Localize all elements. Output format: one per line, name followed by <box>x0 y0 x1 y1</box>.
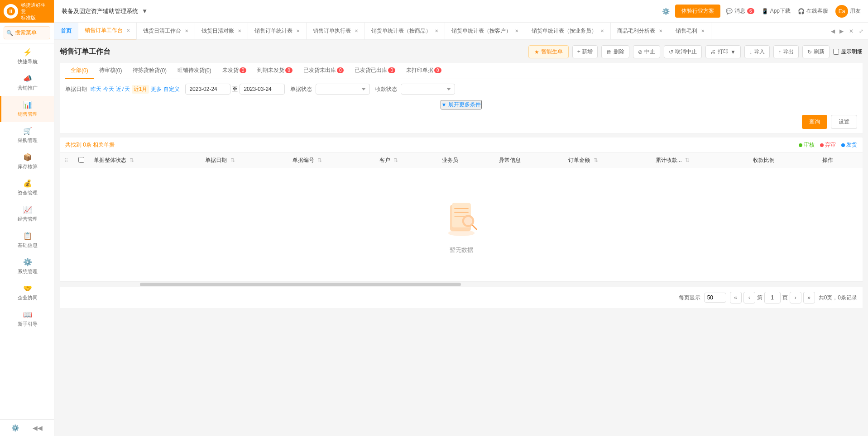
page-prev-button[interactable]: ‹ <box>743 292 755 303</box>
tab-expand[interactable]: ⤢ <box>857 27 865 35</box>
topbar-settings-icon[interactable]: ⚙️ <box>662 8 670 15</box>
tab-close-sales-stats-staff[interactable]: ✕ <box>600 28 604 33</box>
filter-tab-pending-inspection[interactable]: 待拣货验货(0) <box>127 63 172 79</box>
stop-button[interactable]: ⊘ 中止 <box>633 45 660 58</box>
page-input[interactable] <box>764 292 781 303</box>
tab-home[interactable]: 首页 <box>54 23 78 40</box>
reject-button[interactable]: 弃审 <box>820 141 836 149</box>
tab-close-sales-stats-customer[interactable]: ✕ <box>515 28 518 33</box>
sidebar-item-quick-nav[interactable]: ⚡ 快捷导航 <box>0 43 54 70</box>
sort-number-icon[interactable]: ⇅ <box>317 157 322 163</box>
user-button[interactable]: Ea 用友 <box>835 5 861 18</box>
show-detail-checkbox-label[interactable]: 显示明细 <box>833 48 863 56</box>
filter-tab-overdue-not-shipped[interactable]: 到期未发货 0 <box>252 63 298 79</box>
tab-close-sales-order-stats[interactable]: ✕ <box>296 28 300 33</box>
date-7days[interactable]: 近7天 <box>116 85 130 93</box>
tab-goods-margin-analysis[interactable]: 商品毛利分析表 ✕ <box>611 23 669 40</box>
date-1month[interactable]: 近1月 <box>132 85 149 94</box>
online-service-button[interactable]: 🎧 在线客服 <box>798 7 828 15</box>
tab-sales-order-stats[interactable]: 销售订单统计表 ✕ <box>248 23 307 40</box>
filter-tab-shipped-not-out[interactable]: 已发货未出库 0 <box>298 63 350 79</box>
smart-btn[interactable]: ★ 智能生单 <box>528 45 569 58</box>
delete-button[interactable]: 🗑 删除 <box>601 45 629 58</box>
date-from-input[interactable] <box>185 84 230 95</box>
date-today[interactable]: 今天 <box>103 85 114 93</box>
system-dropdown-button[interactable]: ▼ <box>142 8 148 14</box>
tab-cash-goods-reconcile[interactable]: 钱货日清对账 ✕ <box>195 23 248 40</box>
tab-close-cash-daily-clear[interactable]: ✕ <box>185 28 188 33</box>
tab-sales-order-workbench[interactable]: 销售订单工作台 ✕ <box>78 23 137 40</box>
select-all-checkbox[interactable] <box>78 157 84 163</box>
horizontal-scrollbar[interactable] <box>60 281 863 287</box>
sort-date-icon[interactable]: ⇅ <box>230 157 235 163</box>
tab-close-sales-profit[interactable]: ✕ <box>701 28 705 33</box>
tab-close-sales-order-exec[interactable]: ✕ <box>355 28 358 33</box>
sort-amount-icon[interactable]: ⇅ <box>594 157 598 163</box>
filter-tab-not-printed[interactable]: 未打印单据 0 <box>401 63 447 79</box>
tab-close-all[interactable]: ✕ <box>846 27 856 35</box>
date-custom[interactable]: 自定义 <box>163 85 180 93</box>
import-button[interactable]: ↓ 导入 <box>744 45 770 58</box>
date-more[interactable]: 更多 <box>151 85 162 93</box>
filter-tab-pending-review[interactable]: 待审核(0) <box>94 63 128 79</box>
sidebar-item-marketing[interactable]: 📣 营销推广 <box>0 70 54 96</box>
tab-sales-order-exec[interactable]: 销售订单执行表 ✕ <box>307 23 365 40</box>
sidebar-search-button[interactable]: 🔍 搜索菜单 <box>4 26 50 39</box>
industry-btn[interactable]: 体验行业方案 <box>675 5 720 18</box>
tab-sales-stats-staff[interactable]: 销货单统计表（按业务员） ✕ <box>525 23 611 40</box>
page-next-button[interactable]: › <box>790 292 801 303</box>
date-to-input[interactable] <box>240 84 285 95</box>
expand-conditions-button[interactable]: ▼ 展开更多条件 <box>441 100 482 109</box>
filter-tab-all[interactable]: 全部(0) <box>65 63 94 79</box>
scrollbar-thumb[interactable] <box>140 283 461 286</box>
tab-sales-stats-product[interactable]: 销货单统计表（按商品） ✕ <box>365 23 445 40</box>
app-download-button[interactable]: 📱 App下载 <box>762 7 791 15</box>
tab-close-cash-goods-reconcile[interactable]: ✕ <box>238 28 241 33</box>
sidebar-item-purchase[interactable]: 🛒 采购管理 <box>0 122 54 148</box>
tab-close-sales-order-workbench[interactable]: ✕ <box>126 28 130 33</box>
tab-cash-daily-clear[interactable]: 钱货日清工作台 ✕ <box>137 23 195 40</box>
message-button[interactable]: 💬 消息 6 <box>726 7 754 15</box>
sidebar-item-sales[interactable]: 📊 销售管理 <box>0 96 54 122</box>
ship-button[interactable]: 发货 <box>841 141 857 149</box>
set-button[interactable]: 设置 <box>831 115 857 129</box>
print-button[interactable]: 🖨 打印 ▼ <box>705 45 741 58</box>
status-select[interactable] <box>316 84 370 95</box>
sidebar-item-operation[interactable]: 📈 经营管理 <box>0 201 54 227</box>
tab-sales-profit[interactable]: 销售毛利 ✕ <box>669 23 711 40</box>
sidebar-search-area[interactable]: 🔍 搜索菜单 <box>0 23 54 43</box>
sort-customer-icon[interactable]: ⇅ <box>393 157 398 163</box>
sort-collected-icon[interactable]: ⇅ <box>685 157 690 163</box>
status-label: 单据状态 <box>290 85 312 93</box>
sidebar-item-finance[interactable]: 💰 资金管理 <box>0 175 54 201</box>
tab-close-goods-margin-analysis[interactable]: ✕ <box>659 28 662 33</box>
filter-tab-shipped-out[interactable]: 已发货已出库 0 <box>349 63 401 79</box>
sidebar-item-corp[interactable]: 🤝 企业协同 <box>0 280 54 306</box>
page-first-button[interactable]: « <box>730 292 742 303</box>
sidebar-item-inventory[interactable]: 📦 库存核算 <box>0 148 54 175</box>
collapse-icon[interactable]: ◀◀ <box>33 424 43 431</box>
page-last-button[interactable]: » <box>803 292 815 303</box>
query-button[interactable]: 查询 <box>802 115 827 129</box>
tab-sales-stats-customer[interactable]: 销货单统计表（按客户） ✕ <box>445 23 525 40</box>
sidebar-item-guide[interactable]: 📖 新手引导 <box>0 306 54 332</box>
sidebar-item-basic[interactable]: 📋 基础信息 <box>0 227 54 253</box>
filter-tab-wangpu-pending-ship[interactable]: 旺铺待发货(0) <box>172 63 217 79</box>
refresh-button[interactable]: ↻ 刷新 <box>802 45 830 58</box>
export-button[interactable]: ↑ 导出 <box>773 45 799 58</box>
tab-close-sales-stats-product[interactable]: ✕ <box>435 28 438 33</box>
audit-button[interactable]: 审核 <box>799 141 815 149</box>
date-yesterday[interactable]: 昨天 <box>91 85 101 93</box>
tab-scroll-left[interactable]: ◀ <box>829 27 837 35</box>
filter-tab-not-shipped[interactable]: 未发货 0 <box>217 63 252 79</box>
page-size-select[interactable]: 50 20 100 <box>704 293 726 303</box>
tab-scroll-right[interactable]: ▶ <box>838 27 845 35</box>
col-checkbox[interactable] <box>73 153 89 168</box>
settings-icon[interactable]: ⚙️ <box>11 424 19 431</box>
cancel-stop-button[interactable]: ↺ 取消中止 <box>664 45 702 58</box>
sort-status-icon[interactable]: ⇅ <box>129 157 134 163</box>
show-detail-checkbox[interactable] <box>833 49 839 55</box>
new-button[interactable]: + 新增 <box>572 45 598 58</box>
sidebar-item-system[interactable]: ⚙️ 系统管理 <box>0 253 54 280</box>
payment-select[interactable] <box>401 84 455 95</box>
